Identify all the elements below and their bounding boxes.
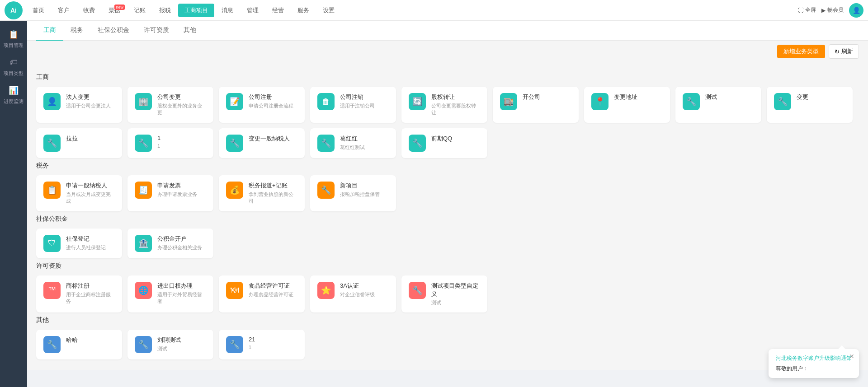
- card-icon-qq: 🔧: [409, 135, 426, 152]
- card-desc-liu-peng-test: 测试: [157, 345, 206, 352]
- card-desc-apply-tax: 当月或次月成变更完成: [66, 191, 115, 205]
- refresh-button[interactable]: ↻ 刷新: [829, 44, 859, 59]
- tab-business[interactable]: 工商: [36, 21, 63, 41]
- card-one[interactable]: 🔧11: [127, 128, 213, 158]
- card-company-change[interactable]: 🏢公司变更股权变更外的业务变更: [127, 87, 213, 123]
- card-icon-social-register: 🛡: [43, 235, 61, 252]
- card-title-liu-peng-test: 刘聘测试: [157, 336, 206, 344]
- sidebar-label-project-manage: 项目管理: [4, 42, 24, 49]
- card-test[interactable]: 🔧测试: [675, 87, 761, 123]
- card-title-apply-tax: 申请一般纳税人: [66, 182, 115, 190]
- add-business-type-button[interactable]: 新增业务类型: [777, 45, 825, 58]
- card-test-type[interactable]: 🔧测试项目类型自定义测试: [401, 275, 487, 312]
- card-title-social-register: 社保登记: [66, 235, 115, 243]
- card-fund-open[interactable]: 🏦公积金开户办理公积金相关业务: [127, 228, 213, 258]
- section-title-business: 工商: [36, 73, 859, 81]
- card-icon-food-license: 🍽: [226, 282, 243, 299]
- card-tax-report[interactable]: 💰税务报道+记账拿到营业执照的新公司: [219, 175, 305, 211]
- card-title-lala: 拉拉: [66, 135, 115, 143]
- nav-item-service[interactable]: 服务: [291, 4, 316, 17]
- card-title-change: 变更: [797, 93, 845, 101]
- card-lala[interactable]: 🔧拉拉: [36, 128, 122, 158]
- card-change[interactable]: 🔧变更: [767, 87, 853, 123]
- card-title-fund-open: 公积金开户: [157, 235, 206, 243]
- nav-item-home[interactable]: 首页: [26, 4, 51, 17]
- sidebar-item-project-manage[interactable]: 📋项目管理: [2, 25, 25, 51]
- card-open-company[interactable]: 🏬开公司: [493, 87, 579, 123]
- card-apply-invoice[interactable]: 🧾申请发票办理申请发票业务: [127, 175, 213, 211]
- card-company-register[interactable]: 📝公司注册申请公司注册全流程: [219, 87, 305, 123]
- nav-item-message[interactable]: 消息: [215, 4, 240, 17]
- card-import-export[interactable]: 🌐进出口权办理适用于对外贸易经营者: [127, 275, 213, 312]
- sidebar-item-progress-monitor[interactable]: 📊进度监测: [2, 81, 25, 107]
- card-icon-apply-tax: 📋: [43, 182, 61, 199]
- card-equity-transfer[interactable]: 🔄股权转让公司变更需要股权转让: [401, 87, 487, 123]
- nav-item-fee[interactable]: 收费: [77, 4, 101, 17]
- card-title-legal-change: 法人变更: [66, 93, 115, 101]
- card-icon-new-project: 🔧: [317, 182, 335, 199]
- card-icon-trademark: ™: [43, 282, 61, 299]
- nav-item-business[interactable]: 工商项目: [178, 4, 214, 17]
- card-twenty-one[interactable]: 🔧211: [219, 330, 305, 359]
- card-icon-company-change: 🏢: [135, 93, 152, 110]
- member-button[interactable]: ▶ 畅会员: [821, 6, 844, 14]
- card-change-address[interactable]: 📍变更地址: [584, 87, 670, 123]
- card-gehong[interactable]: 🔧葛红红葛红红测试: [310, 128, 396, 158]
- card-desc-trademark: 用于企业商标注册服务: [66, 291, 115, 305]
- fullscreen-button[interactable]: ⛶ 全屏: [798, 6, 816, 14]
- nav-item-operation[interactable]: 经营: [266, 4, 290, 17]
- nav-item-tax[interactable]: 报税: [153, 4, 177, 17]
- tab-other[interactable]: 其他: [176, 21, 203, 41]
- card-title-open-company: 开公司: [523, 93, 571, 101]
- card-icon-change-address: 📍: [591, 93, 609, 110]
- sidebar-icon-progress-monitor: 📊: [7, 84, 20, 97]
- card-title-change-address: 变更地址: [614, 93, 663, 101]
- card-icon-company-cancel: 🗑: [317, 93, 335, 110]
- nav-item-customer[interactable]: 客户: [52, 4, 76, 17]
- app-logo: Ai: [5, 1, 23, 19]
- license-cards-grid: ™商标注册用于企业商标注册服务🌐进出口权办理适用于对外贸易经营者🍽食品经营许可证…: [36, 275, 859, 312]
- section-title-tax: 税务: [36, 162, 859, 170]
- card-icon-haha: 🔧: [43, 336, 61, 353]
- new-badge-ticket: new: [114, 5, 125, 10]
- tax-cards-grid: 📋申请一般纳税人当月或次月成变更完成🧾申请发票办理申请发票业务💰税务报道+记账拿…: [36, 175, 859, 211]
- action-bar: 新增业务类型 ↻ 刷新: [27, 41, 868, 62]
- nav-item-manage[interactable]: 管理: [241, 4, 265, 17]
- card-icon-tax-report: 💰: [226, 182, 243, 199]
- section-title-social: 社保公积金: [36, 215, 859, 223]
- card-social-register[interactable]: 🛡社保登记进行人员社保登记: [36, 228, 122, 258]
- tab-license[interactable]: 许可资质: [137, 21, 176, 41]
- card-qq[interactable]: 🔧前期QQ: [401, 128, 487, 158]
- card-title-new-project: 新项目: [340, 182, 389, 190]
- card-icon-legal-change: 👤: [43, 93, 61, 110]
- top-navigation: Ai 首页客户收费票据new记账报税工商项目消息管理经营服务设置 ⛶ 全屏 ▶ …: [0, 0, 868, 21]
- card-new-project[interactable]: 🔧新项目报税加税控盘保管: [310, 175, 396, 211]
- card-title-company-change: 公司变更: [157, 93, 206, 101]
- card-food-license[interactable]: 🍽食品经营许可证办理食品经营许可证: [219, 275, 305, 312]
- card-title-equity-transfer: 股权转让: [431, 93, 480, 101]
- main-content: 工商税务社保公积金许可资质其他 新增业务类型 ↻ 刷新 工商 👤法人变更适用于公…: [27, 21, 868, 387]
- user-avatar[interactable]: 👤: [849, 3, 863, 18]
- tab-tax[interactable]: 税务: [63, 21, 90, 41]
- card-change-tax[interactable]: 🔧变更一般纳税人: [219, 128, 305, 158]
- card-title-test: 测试: [705, 93, 754, 101]
- tab-social[interactable]: 社保公积金: [90, 21, 137, 41]
- card-apply-tax[interactable]: 📋申请一般纳税人当月或次月成变更完成: [36, 175, 122, 211]
- nav-item-account[interactable]: 记账: [127, 4, 152, 17]
- card-haha[interactable]: 🔧哈哈: [36, 330, 122, 359]
- card-legal-change[interactable]: 👤法人变更适用于公司变更法人: [36, 87, 122, 123]
- notification-close-button[interactable]: ✕: [849, 353, 854, 360]
- card-company-cancel[interactable]: 🗑公司注销适用于注销公司: [310, 87, 396, 123]
- card-title-change-tax: 变更一般纳税人: [249, 135, 297, 143]
- sidebar-item-project-type[interactable]: 🏷项目类型: [2, 53, 25, 79]
- nav-items: 首页客户收费票据new记账报税工商项目消息管理经营服务设置: [26, 4, 798, 17]
- card-desc-social-register: 进行人员社保登记: [66, 244, 115, 251]
- card-liu-peng-test[interactable]: 🔧刘聘测试测试: [127, 330, 213, 359]
- nav-item-ticket[interactable]: 票据new: [102, 4, 127, 17]
- card-desc-test-type: 测试: [431, 299, 480, 306]
- card-desc-legal-change: 适用于公司变更法人: [66, 103, 115, 109]
- card-trademark[interactable]: ™商标注册用于企业商标注册服务: [36, 275, 122, 312]
- nav-item-settings[interactable]: 设置: [316, 4, 341, 17]
- card-title-company-cancel: 公司注销: [340, 93, 389, 101]
- card-3a-cert[interactable]: ⭐3A认证对企业信誉评级: [310, 275, 396, 312]
